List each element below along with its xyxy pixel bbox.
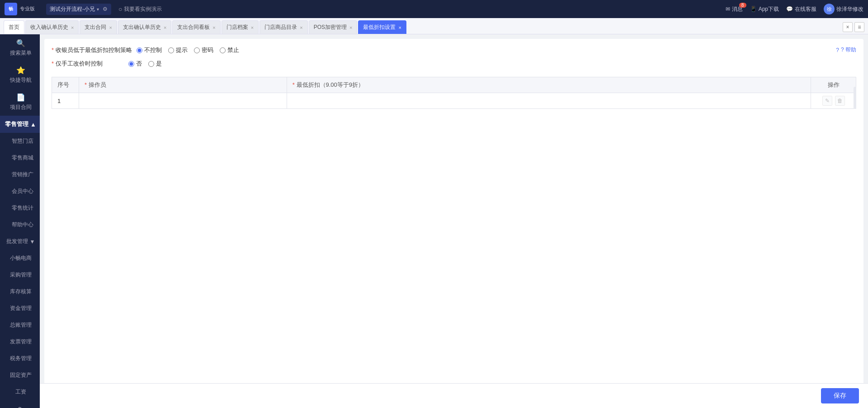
sidebar-item-inventory[interactable]: 库存核算 (0, 283, 40, 300)
sidebar-item-fixed-assets[interactable]: 固定资产 (0, 367, 40, 384)
control-policy-row: * 收银员低于最低折扣控制策略 不控制 提示 密码 (52, 46, 856, 54)
radio-yes[interactable]: 是 (148, 60, 162, 68)
tab-store-products-label: 门店商品目录 (264, 23, 297, 31)
close-all-tabs-btn[interactable]: × (843, 22, 853, 32)
tab-home[interactable]: 首页 (4, 20, 24, 34)
project-selector[interactable]: 测试分开流程-小兄 ▾ ⚙ (46, 4, 111, 15)
tab-income-history-label: 收入确认单历史 (30, 23, 68, 31)
sidebar-item-retail-stats[interactable]: 零售统计 (0, 200, 40, 216)
project-name: 测试分开流程-小兄 (50, 5, 95, 13)
settings-icon[interactable]: ⚙ (103, 6, 108, 12)
gear-btn[interactable]: ⚙ (0, 400, 40, 408)
sidebar-item-retail-mall[interactable]: 零售商城 (0, 150, 40, 166)
required-star: * (292, 81, 295, 88)
sidebar-item-project-contract[interactable]: 📄 项目合同 (0, 89, 40, 116)
sidebar-item-wholesale[interactable]: 批发管理 ▼ (0, 233, 40, 250)
topbar-right: ✉ 消息 8 📱 App下载 💬 在线客服 徐 徐泽华修改 (726, 4, 863, 14)
question-icon: ? (836, 47, 839, 53)
control-policy-radio-group: 不控制 提示 密码 禁止 (137, 46, 239, 54)
col-operator: * 操作员 (79, 77, 287, 93)
control-policy-label: * 收银员低于最低折扣控制策略 (52, 46, 132, 54)
radio-no-control[interactable]: 不控制 (137, 46, 162, 54)
close-icon[interactable]: × (398, 25, 401, 30)
sidebar-item-help[interactable]: 帮助中心 (0, 216, 40, 233)
tab-min-discount[interactable]: 最低折扣设置 × (358, 20, 406, 34)
edit-icon[interactable]: ✎ (822, 96, 832, 106)
close-icon[interactable]: × (300, 25, 302, 30)
sidebar-item-payroll[interactable]: 工资 (0, 384, 40, 400)
tab-income-history[interactable]: 收入确认单历史 × (25, 20, 79, 34)
help-link[interactable]: ? ? 帮助 (836, 46, 856, 54)
tab-store-archive[interactable]: 门店档案 × (222, 20, 259, 34)
scrollbar[interactable] (854, 87, 856, 109)
online-service-btn[interactable]: 💬 在线客服 (786, 5, 816, 13)
close-icon[interactable]: × (71, 25, 74, 30)
tab-menu-btn[interactable]: ≡ (854, 22, 864, 32)
table-body: 1 ✎ 🗑 (52, 93, 856, 109)
tab-payment-contract[interactable]: 支出合同 × (80, 20, 117, 34)
demo-link[interactable]: ○ 我要看实例演示 (118, 5, 162, 13)
table-header-row: 序号 * 操作员 * 最低折扣（9.00等于9折） 操作 (52, 77, 856, 93)
tab-payment-board[interactable]: 支出合同看板 × (172, 20, 220, 34)
required-star: * (52, 60, 54, 67)
avatar: 徐 (824, 4, 835, 14)
radio-remind[interactable]: 提示 (168, 46, 188, 54)
app-logo: 畅 专业版 (5, 3, 44, 15)
col-min-discount: * 最低折扣（9.00等于9折） (287, 77, 811, 93)
sidebar-item-retail[interactable]: 零售管理 ▲ (0, 116, 40, 133)
close-icon[interactable]: × (349, 25, 352, 30)
col-seq: 序号 (52, 77, 79, 93)
tab-store-products[interactable]: 门店商品目录 × (259, 20, 307, 34)
tab-payment-contract-label: 支出合同 (85, 23, 106, 31)
radio-no[interactable]: 否 (128, 60, 142, 68)
cell-min-discount (287, 93, 811, 109)
page-card: ? ? 帮助 * 收银员低于最低折扣控制策略 不控制 提示 (44, 39, 863, 393)
radio-forbid[interactable]: 禁止 (220, 46, 239, 54)
tab-payment-board-label: 支出合同看板 (177, 23, 210, 31)
app-download-btn[interactable]: 📱 App下载 (750, 5, 779, 13)
sidebar-item-purchase[interactable]: 采购管理 (0, 267, 40, 283)
manual-only-label: * 仅手工改价时控制 (52, 60, 124, 68)
close-icon[interactable]: × (251, 25, 254, 30)
download-icon: 📱 (750, 6, 757, 12)
sidebar-item-marketing[interactable]: 营销推广 (0, 166, 40, 183)
messages-btn[interactable]: ✉ 消息 8 (726, 5, 743, 13)
col-action: 操作 (811, 77, 856, 93)
tab-min-discount-label: 最低折扣设置 (363, 23, 396, 31)
message-icon: ✉ (726, 6, 730, 12)
contract-icon: 📄 (16, 93, 25, 102)
action-icons: ✎ 🗑 (816, 96, 850, 106)
sidebar-item-ecommerce[interactable]: 小畅电商 (0, 250, 40, 267)
service-icon: 💬 (786, 6, 793, 12)
close-icon[interactable]: × (164, 25, 166, 30)
save-button[interactable]: 保存 (821, 388, 859, 403)
manual-only-radio-group: 否 是 (128, 60, 162, 68)
content-area: ? ? 帮助 * 收银员低于最低折扣控制策略 不控制 提示 (40, 34, 868, 408)
radio-password[interactable]: 密码 (194, 46, 213, 54)
discount-table: 序号 * 操作员 * 最低折扣（9.00等于9折） 操作 (52, 77, 856, 109)
sidebar-item-search[interactable]: 🔍 搜索菜单 (0, 34, 40, 61)
required-star: * (52, 47, 54, 53)
close-icon[interactable]: × (212, 25, 215, 30)
sidebar-item-ledger[interactable]: 总账管理 (0, 317, 40, 333)
cell-operator (79, 93, 287, 109)
logo-text: 专业版 (20, 6, 35, 12)
user-menu[interactable]: 徐 徐泽华修改 (824, 4, 863, 14)
demo-icon: ○ (118, 5, 122, 13)
tab-store-archive-label: 门店档案 (226, 23, 248, 31)
tab-payment-confirm-history[interactable]: 支出确认单历史 × (118, 20, 171, 34)
topbar: 畅 专业版 测试分开流程-小兄 ▾ ⚙ ○ 我要看实例演示 ✉ 消息 8 📱 A… (0, 0, 868, 18)
tab-pos-password[interactable]: POS加密管理 × (309, 20, 358, 34)
tab-pos-password-label: POS加密管理 (314, 23, 347, 31)
sidebar-item-quick-nav[interactable]: ⭐ 快捷导航 (0, 61, 40, 89)
sidebar-item-tax[interactable]: 税务管理 (0, 350, 40, 367)
message-badge: 8 (739, 3, 746, 8)
sidebar-item-smart-store[interactable]: 智慧门店 (0, 133, 40, 150)
sidebar-item-invoice[interactable]: 发票管理 (0, 333, 40, 350)
logo-icon: 畅 (5, 3, 17, 15)
delete-icon[interactable]: 🗑 (835, 96, 845, 106)
sidebar-item-member[interactable]: 会员中心 (0, 183, 40, 200)
sidebar-item-funds[interactable]: 资金管理 (0, 300, 40, 317)
close-icon[interactable]: × (109, 25, 112, 30)
table-header: 序号 * 操作员 * 最低折扣（9.00等于9折） 操作 (52, 77, 856, 93)
